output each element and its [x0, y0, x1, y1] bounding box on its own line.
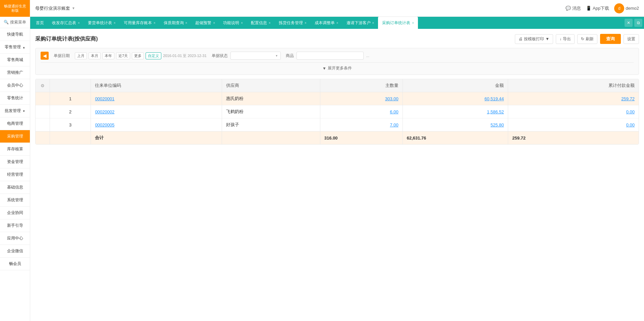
sidebar-item-marketing[interactable]: 营销推广 [0, 66, 30, 79]
sidebar-item-operations[interactable]: 经营管理 [0, 168, 30, 181]
workspace-selector[interactable]: 母婴行业演示账套 ▼ [35, 5, 75, 11]
td-index: 1 [50, 92, 91, 105]
sidebar-item-ecommerce[interactable]: 电商管理 [0, 117, 30, 130]
query-button[interactable]: 查询 [600, 34, 621, 44]
sidebar-item-finance[interactable]: 资金管理 [0, 156, 30, 168]
sidebar-item-system[interactable]: 系统管理 [0, 194, 30, 207]
dropdown-icon: ▼ [545, 37, 549, 41]
sidebar-item-label: 经营管理 [7, 172, 23, 177]
date-range-text: 2016-01-01 至 2023-12-31 [163, 53, 207, 58]
sidebar-item-label: 批发管理 [5, 108, 21, 113]
template-print-button[interactable]: 🖨 按模板打印 ▼ [515, 34, 553, 44]
td-supplier-code[interactable]: 00020001 [91, 92, 222, 105]
status-filter-group: 单据状态 [212, 52, 281, 60]
date-shortcut-7days[interactable]: 近7天 [116, 52, 130, 59]
tab-close-icon[interactable]: × [305, 21, 307, 25]
goods-more-btn[interactable]: ... [366, 54, 369, 58]
tab-label: 超储预警 [195, 20, 211, 26]
sidebar-item-label: 资金管理 [7, 159, 23, 164]
tab-yaoqing[interactable]: 邀请下游客户 × [342, 17, 378, 29]
td-index: 2 [50, 105, 91, 118]
tab-close-icon[interactable]: × [213, 21, 215, 25]
sidebar-item-new-guide[interactable]: 新手引导 [0, 219, 30, 232]
td-supplier-code[interactable]: 00020005 [91, 118, 222, 131]
table-header-row: ⚙ 往来单位编码 供应商 主数量 金额 累计付款金额 [36, 79, 639, 92]
tab-caigoudindan[interactable]: 采购订单统计表 × [378, 17, 418, 29]
sidebar-item-enterprise-collab[interactable]: 企业协同 [0, 207, 30, 219]
sidebar-search[interactable]: 🔍 搜索菜单 [0, 17, 30, 28]
app-download-btn[interactable]: 📱 App下载 [586, 5, 609, 11]
tab-close-icon[interactable]: × [154, 21, 156, 25]
td-paid-amount[interactable]: 259.72 [508, 92, 639, 105]
td-main-qty[interactable]: 6.00 [320, 105, 402, 118]
td-amount[interactable]: 1,586.52 [402, 105, 508, 118]
sidebar-item-batch-mgmt[interactable]: 批发管理 [0, 105, 30, 117]
sidebar-item-member-center[interactable]: 会员中心 [0, 79, 30, 92]
goods-filter-input[interactable] [297, 52, 364, 60]
sidebar-item-purchase[interactable]: 采购管理 [0, 130, 30, 143]
tab-zhihuorenwu[interactable]: 拣货任务管理 × [275, 17, 311, 29]
td-supplier-code[interactable]: 00020002 [91, 105, 222, 118]
td-paid-amount[interactable]: 0.00 [508, 118, 639, 131]
tab-peizhi[interactable]: 配置信息 × [247, 17, 275, 29]
sidebar-item-retail-mgmt[interactable]: 零售管理 [0, 41, 30, 54]
tab-gongngshuoming[interactable]: 功能说明 × [219, 17, 247, 29]
tab-chaochuyujing[interactable]: 超储预警 × [191, 17, 219, 29]
status-select-wrapper [230, 52, 281, 60]
refresh-button[interactable]: ↻ 刷新 [577, 34, 597, 44]
sidebar-item-enterprise-wechat[interactable]: 企业微信 [0, 245, 30, 258]
expand-more-btn[interactable]: ▼ 展开更多条件 [322, 65, 352, 71]
tab-close-icon[interactable]: × [372, 21, 374, 25]
tab-close-icon[interactable]: × [78, 21, 80, 25]
message-label: 消息 [572, 5, 581, 11]
close-all-tabs-btn[interactable]: ✕ [625, 19, 633, 27]
tab-close-icon[interactable]: × [114, 21, 116, 25]
tab-keyongliang[interactable]: 可用量库存账本 × [120, 17, 160, 29]
export-button[interactable]: ↓ 导出 [556, 34, 575, 44]
page-content: 采购订单统计表(按供应商) 🖨 按模板打印 ▼ ↓ 导出 ↻ 刷新 查询 [30, 29, 644, 321]
settings-button[interactable]: 设置 [624, 34, 639, 44]
tab-chenben[interactable]: 成本调整单 × [311, 17, 342, 29]
date-shortcut-last-month[interactable]: 上月 [75, 52, 87, 59]
td-paid-amount[interactable]: 0.00 [508, 105, 639, 118]
tab-home[interactable]: 首页 [32, 17, 48, 29]
sidebar-item-label: 新手引导 [7, 223, 23, 228]
search-label: 搜索菜单 [10, 20, 26, 24]
tab-close-icon[interactable]: × [269, 21, 271, 25]
td-amount[interactable]: 60,519.44 [402, 92, 508, 105]
tab-close-icon[interactable]: × [336, 21, 338, 25]
table-row: 3 00020005 好孩子 7.00 525.80 0.00 [36, 118, 639, 131]
restore-tabs-btn[interactable]: ⧉ [634, 19, 642, 27]
tab-close-icon[interactable]: × [185, 21, 187, 25]
tab-yaohuodanjitongji[interactable]: 要货单统计表 × [84, 17, 120, 29]
top-right-actions: 💬 消息 📱 App下载 d demo2 [566, 3, 639, 13]
filter-toggle-button[interactable]: ◀ [41, 52, 49, 60]
sidebar-item-member[interactable]: 畅会员 [0, 258, 30, 270]
td-main-qty[interactable]: 303.00 [320, 92, 402, 105]
user-profile[interactable]: d demo2 [614, 3, 639, 13]
sidebar-item-quick-nav[interactable]: 快捷导航 [0, 28, 30, 41]
th-paid-amount: 累计付款金额 [508, 79, 639, 92]
sidebar-item-inventory[interactable]: 库存核算 [0, 143, 30, 156]
tab-shoufahuizong[interactable]: 收发存汇总表 × [48, 17, 84, 29]
td-amount[interactable]: 525.80 [402, 118, 508, 131]
tab-baozhouqi[interactable]: 保质期查询 × [160, 17, 192, 29]
date-shortcut-this-month[interactable]: 本月 [89, 52, 101, 59]
date-shortcut-this-year[interactable]: 本年 [102, 52, 114, 59]
td-main-qty[interactable]: 7.00 [320, 118, 402, 131]
workspace-dropdown-icon: ▼ [72, 6, 75, 10]
sidebar-item-retail-stats[interactable]: 零售统计 [0, 92, 30, 105]
sidebar-item-label: 零售管理 [5, 45, 21, 49]
message-btn[interactable]: 💬 消息 [566, 5, 581, 11]
td-supplier-name: 好孩子 [222, 118, 320, 131]
date-custom-badge[interactable]: 自定义 [146, 52, 161, 59]
column-settings-icon[interactable]: ⚙ [40, 83, 46, 89]
sidebar-item-basic-info[interactable]: 基础信息 [0, 181, 30, 194]
sidebar-item-app-center[interactable]: 应用中心 [0, 232, 30, 245]
sidebar-item-label: 会员中心 [7, 83, 23, 88]
sidebar-item-retail-shop[interactable]: 零售商城 [0, 54, 30, 66]
tab-close-icon[interactable]: × [412, 21, 414, 25]
status-select[interactable] [230, 52, 281, 60]
date-shortcut-more[interactable]: 更多 [132, 52, 144, 59]
tab-close-icon[interactable]: × [241, 21, 243, 25]
